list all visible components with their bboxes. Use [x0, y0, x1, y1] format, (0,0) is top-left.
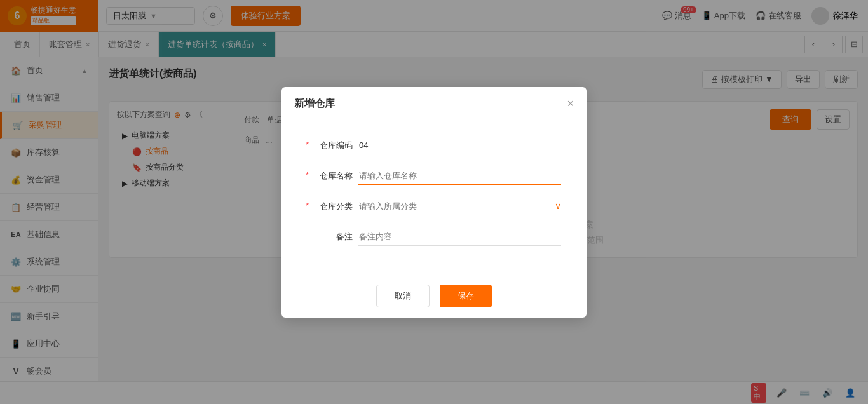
- form-row-remark: 备注: [307, 228, 561, 246]
- remark-label: 备注: [307, 231, 358, 243]
- modal-close-button[interactable]: ×: [567, 97, 574, 111]
- modal-footer: 取消 保存: [281, 274, 587, 318]
- cancel-button[interactable]: 取消: [376, 285, 430, 307]
- modal-title: 新增仓库: [294, 97, 335, 111]
- new-warehouse-modal: 新增仓库 × 仓库编码 仓库名称 仓库分类 ∨: [281, 87, 587, 318]
- form-row-name: 仓库名称: [307, 167, 561, 185]
- modal-body: 仓库编码 仓库名称 仓库分类 ∨ 备注: [281, 121, 587, 274]
- save-button[interactable]: 保存: [440, 285, 492, 307]
- name-label: 仓库名称: [307, 170, 358, 182]
- form-row-category: 仓库分类 ∨: [307, 198, 561, 215]
- category-select-wrapper: ∨: [358, 198, 561, 215]
- modal-header: 新增仓库 ×: [281, 87, 587, 121]
- code-label: 仓库编码: [307, 140, 358, 151]
- modal-overlay: 新增仓库 × 仓库编码 仓库名称 仓库分类 ∨: [0, 0, 868, 404]
- category-label: 仓库分类: [307, 201, 358, 212]
- category-dropdown-icon[interactable]: ∨: [555, 201, 561, 211]
- code-input[interactable]: [358, 137, 561, 154]
- remark-input[interactable]: [358, 228, 561, 246]
- category-input[interactable]: [358, 198, 555, 215]
- form-row-code: 仓库编码: [307, 137, 561, 154]
- name-input[interactable]: [358, 167, 561, 185]
